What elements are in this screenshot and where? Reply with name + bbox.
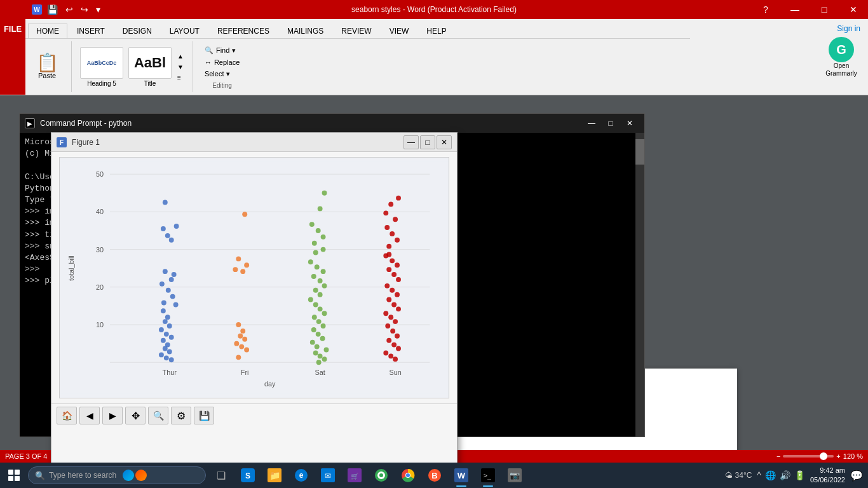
figure-maximize-btn[interactable]: □	[420, 135, 435, 149]
save-tool-btn[interactable]: 💾	[194, 407, 214, 424]
svg-point-82	[322, 283, 327, 288]
svg-point-32	[159, 352, 164, 357]
search-logo2	[135, 470, 147, 481]
figure-controls: — □ ✕	[403, 135, 452, 149]
home-tool-btn[interactable]: 🏠	[57, 407, 77, 424]
cmd-close-btn[interactable]: ✕	[620, 116, 639, 131]
cmd-controls: — □ ✕	[582, 116, 639, 131]
taskbar-word[interactable]: W	[449, 463, 474, 488]
taskbar-brave[interactable]: B	[422, 463, 447, 488]
weather-area[interactable]: 🌤 34°C	[725, 471, 752, 480]
svg-point-91	[313, 250, 318, 255]
zoom-plus[interactable]: +	[836, 452, 840, 460]
svg-point-139	[379, 473, 383, 477]
cmd-maximize-btn[interactable]: □	[601, 116, 620, 131]
svg-text:📷: 📷	[510, 470, 520, 481]
svg-point-63	[318, 306, 323, 311]
taskbar-outlook[interactable]: ✉	[315, 463, 341, 488]
taskbar-camera[interactable]: 📷	[502, 463, 527, 488]
styles-down-btn[interactable]: ▼	[176, 62, 185, 72]
tray-arrow[interactable]: ^	[757, 470, 761, 480]
figure-close-btn[interactable]: ✕	[437, 135, 452, 149]
title-style[interactable]: AaBl Title	[128, 47, 172, 87]
taskbar-explorer[interactable]: 📁	[262, 463, 287, 488]
maximize-btn[interactable]: □	[810, 0, 839, 19]
undo-qat-btn[interactable]: ↩	[63, 3, 76, 16]
styles-more-btn[interactable]: ≡	[176, 73, 185, 83]
title-preview: AaBl	[128, 47, 172, 79]
tab-layout[interactable]: LAYOUT	[161, 24, 208, 38]
replace-button[interactable]: ↔ Replace	[201, 57, 243, 67]
svg-point-88	[312, 241, 317, 246]
pan-tool-btn[interactable]: ✥	[125, 407, 146, 424]
minimize-btn[interactable]: —	[780, 0, 810, 19]
redo-qat-btn[interactable]: ↪	[78, 3, 91, 16]
svg-text:📁: 📁	[269, 470, 281, 481]
figure-minimize-btn[interactable]: —	[403, 135, 419, 149]
main-area: ▶ Command Prompt - python — □ ✕ Microsof…	[0, 95, 868, 463]
paste-button[interactable]: 📋 Paste	[31, 48, 64, 86]
tab-view[interactable]: VIEW	[381, 24, 417, 38]
svg-point-65	[312, 315, 317, 320]
svg-point-119	[390, 231, 395, 236]
tab-design[interactable]: DESIGN	[114, 24, 160, 38]
forward-tool-btn[interactable]: ▶	[102, 407, 123, 424]
start-button[interactable]	[0, 463, 28, 488]
notification-icon[interactable]: 💬	[850, 470, 863, 482]
tab-insert[interactable]: INSERT	[69, 24, 113, 38]
svg-point-71	[310, 340, 315, 345]
taskbar-chrome[interactable]	[395, 463, 421, 488]
zoom-slider[interactable]	[783, 455, 834, 458]
taskbar-store[interactable]: S	[235, 463, 261, 488]
taskbar-edge[interactable]: e	[288, 463, 314, 488]
ms-store2-icon: 🛒	[348, 468, 362, 482]
customize-qat-btn[interactable]: ▾	[93, 3, 103, 16]
volume-icon[interactable]: 🔊	[780, 470, 790, 480]
tab-home[interactable]: HOME	[28, 24, 67, 38]
tab-help[interactable]: HELP	[418, 24, 454, 38]
cmd-minimize-btn[interactable]: —	[582, 116, 601, 131]
svg-point-75	[318, 353, 323, 358]
taskbar-right: 🌤 34°C ^ 🌐 🔊 🔋 9:42 am 05/06/2022 💬	[725, 466, 868, 485]
battery-icon[interactable]: 🔋	[794, 470, 805, 480]
figure-window[interactable]: F Figure 1 — □ ✕	[51, 132, 458, 488]
zoom-tool-btn[interactable]: 🔍	[148, 407, 168, 424]
ribbon-main: HOME INSERT DESIGN LAYOUT REFERENCES MAI…	[25, 19, 690, 95]
svg-point-101	[388, 315, 393, 320]
taskbar-terminal[interactable]: >_	[475, 463, 501, 488]
sign-in-link[interactable]: Sign in	[837, 24, 860, 33]
svg-point-93	[316, 360, 322, 365]
back-tool-btn[interactable]: ◀	[79, 407, 100, 424]
zoom-minus[interactable]: −	[776, 452, 780, 460]
save-qat-btn[interactable]: 💾	[44, 3, 60, 16]
svg-text:10: 10	[96, 321, 104, 329]
tab-review[interactable]: REVIEW	[333, 24, 379, 38]
tab-mailings[interactable]: MAILINGS	[279, 24, 332, 38]
tab-references[interactable]: REFERENCES	[209, 24, 278, 38]
network-icon[interactable]: 🌐	[765, 470, 776, 480]
close-btn[interactable]: ✕	[839, 0, 868, 19]
svg-point-39	[166, 288, 171, 293]
find-button[interactable]: 🔍 Find ▾	[201, 45, 243, 56]
taskbar-chrome-green[interactable]	[369, 463, 394, 488]
taskbar-task-view[interactable]: ❑	[208, 463, 234, 488]
file-tab[interactable]: FILE	[0, 19, 25, 95]
taskbar-ms-store2[interactable]: 🛒	[342, 463, 367, 488]
page-info: PAGE 3 OF 4	[5, 452, 47, 460]
cmd-scrollbar[interactable]	[635, 133, 644, 437]
grammarly-label: OpenGrammarly	[825, 62, 857, 78]
search-bar[interactable]: 🔍 Type here to search	[28, 466, 206, 484]
zoom-control[interactable]: − + 120 %	[776, 452, 863, 460]
heading5-style[interactable]: AaBbCcDc Heading 5	[79, 47, 124, 87]
zoom-value: 120 %	[843, 452, 863, 460]
select-button[interactable]: Select ▾	[201, 69, 243, 79]
config-tool-btn[interactable]: ⚙	[171, 407, 191, 424]
svg-point-118	[384, 225, 390, 230]
styles-up-btn[interactable]: ▲	[176, 51, 185, 61]
help-btn[interactable]: ?	[751, 0, 780, 19]
clock[interactable]: 9:42 am 05/06/2022	[810, 466, 845, 485]
grammarly-button[interactable]: G OpenGrammarly	[822, 37, 860, 78]
svg-point-56	[240, 269, 245, 274]
camera-icon: 📷	[508, 468, 522, 482]
svg-point-53	[239, 344, 244, 349]
